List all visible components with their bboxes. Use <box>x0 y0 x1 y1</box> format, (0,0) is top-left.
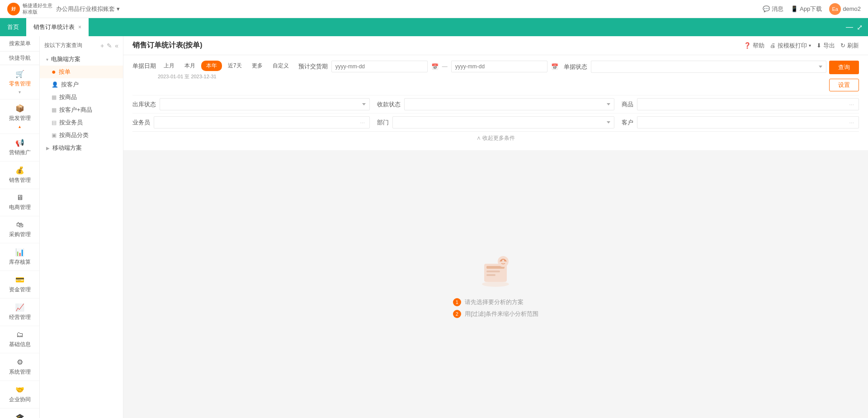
tip-1-text: 请先选择要分析的方案 <box>465 298 524 306</box>
payment-status-label: 收款状态 <box>377 100 401 109</box>
expected-date-start[interactable] <box>331 61 428 72</box>
print-arrow-icon: ▾ <box>809 43 811 48</box>
payment-status-select[interactable] <box>404 98 614 110</box>
guide-icon: 🎓 <box>15 413 24 418</box>
user-area[interactable]: Ea demo2 <box>829 3 861 15</box>
svg-point-0 <box>482 281 509 287</box>
content-area: 按以下方案查询 + ✎ « ▾ 电脑端方案 ● 按单 👤 按客户 ▦ <box>40 36 868 418</box>
finance-icon: 💳 <box>15 276 24 284</box>
sidebar-item-marketing[interactable]: 📢 营销推广 <box>0 134 39 162</box>
cust-prod-tree-icon: ▦ <box>52 107 57 113</box>
salesperson-dots-btn[interactable]: ··· <box>360 119 365 126</box>
collapse-panel-icon[interactable]: « <box>115 42 118 49</box>
avatar: Ea <box>829 3 841 15</box>
right-content: 销售订单统计表(按单) ❓ 帮助 🖨 按模板打印 ▾ ⬇ 导出 <box>123 36 868 418</box>
sidebar-item-system[interactable]: ⚙ 系统管理 <box>0 353 39 381</box>
logo-text: 畅捷通好生意 标准版 <box>23 3 52 14</box>
edit-scheme-icon[interactable]: ✎ <box>107 42 112 49</box>
app-icon: 📱 <box>791 5 798 12</box>
wholesale-icon: 📦 <box>15 104 24 113</box>
tab-bar: 首页 销售订单统计表 × — ⤢ <box>0 18 868 36</box>
left-panel: 按以下方案查询 + ✎ « ▾ 电脑端方案 ● 按单 👤 按客户 ▦ <box>40 36 123 418</box>
query-button[interactable]: 查询 <box>829 61 859 74</box>
date-btn-more[interactable]: 更多 <box>248 61 267 71</box>
sidebar-item-sales[interactable]: 💰 销售管理 <box>0 162 39 189</box>
ecommerce-icon: 🖥 <box>16 194 24 202</box>
app-download-btn[interactable]: 📱 App下载 <box>791 5 822 13</box>
help-icon: ❓ <box>744 42 751 49</box>
left-panel-title: 按以下方案查询 <box>44 42 82 49</box>
tab-active[interactable]: 销售订单统计表 × <box>26 18 89 36</box>
collapse-btn[interactable]: ∧ 收起更多条件 <box>476 135 515 141</box>
tree-item-by-customer[interactable]: 👤 按客户 <box>40 78 123 91</box>
sidebar-item-wholesale[interactable]: 📦 批发管理 ▴ <box>0 100 39 134</box>
sidebar-item-guide[interactable]: 🎓 新手引导 <box>0 408 39 418</box>
top-bar-left: 好 畅捷通好生意 标准版 办公用品行业模拟账套 ▾ <box>7 3 120 15</box>
add-scheme-icon[interactable]: + <box>100 42 104 49</box>
maximize-btn[interactable]: ⤢ <box>857 23 863 32</box>
settings-button[interactable]: 设置 <box>829 79 859 91</box>
marketing-icon: 📢 <box>15 138 24 147</box>
sidebar-quick-nav[interactable]: 快捷导航 <box>0 52 39 65</box>
svg-point-7 <box>504 260 506 261</box>
calendar-start-icon[interactable]: 📅 <box>431 63 439 70</box>
customer-tree-icon: 👤 <box>52 81 58 88</box>
main-layout: 搜索菜单 快捷导航 🛒 零售管理 ▾ 📦 批发管理 ▴ 📢 营销推广 💰 销售管… <box>0 36 868 418</box>
order-status-select[interactable] <box>591 61 826 73</box>
sidebar-item-cooperation[interactable]: 🤝 企业协同 <box>0 381 39 408</box>
tree-item-by-order[interactable]: ● 按单 <box>40 66 123 78</box>
shipment-status-select[interactable] <box>160 98 370 110</box>
breadcrumb-dropdown[interactable]: 办公用品行业模拟账套 ▾ <box>56 5 120 13</box>
sidebar-search[interactable]: 搜索菜单 <box>0 36 39 52</box>
date-btn-custom[interactable]: 自定义 <box>269 61 293 71</box>
basic-icon: 🗂 <box>16 331 24 339</box>
refresh-btn[interactable]: ↻ 刷新 <box>840 42 859 50</box>
customer-dots-btn[interactable]: ··· <box>849 119 854 126</box>
tab-home[interactable]: 首页 <box>0 18 26 36</box>
system-icon: ⚙ <box>17 358 23 366</box>
date-btn-this-month[interactable]: 本月 <box>180 61 199 71</box>
export-icon: ⬇ <box>816 42 821 49</box>
product-dots-btn[interactable]: ··· <box>849 101 854 108</box>
export-btn[interactable]: ⬇ 导出 <box>816 42 835 50</box>
expected-date-end[interactable] <box>451 61 547 72</box>
breadcrumb-text: 办公用品行业模拟账套 <box>56 5 115 13</box>
sidebar-item-finance[interactable]: 💳 资金管理 <box>0 271 39 299</box>
date-btn-this-year[interactable]: 本年 <box>201 61 222 71</box>
breadcrumb-arrow: ▾ <box>117 5 120 12</box>
collapse-row: ∧ 收起更多条件 <box>132 131 859 145</box>
purchase-icon: 🛍 <box>16 221 24 229</box>
active-dot-icon: ● <box>52 68 56 76</box>
tree-item-by-category[interactable]: ▣ 按商品分类 <box>40 129 123 142</box>
product-label: 商品 <box>622 100 633 109</box>
help-btn[interactable]: ❓ 帮助 <box>744 42 764 50</box>
sidebar-item-retail[interactable]: 🛒 零售管理 ▾ <box>0 65 39 100</box>
print-icon: 🖨 <box>770 42 776 49</box>
tree-item-by-customer-product[interactable]: ▦ 按客户+商品 <box>40 104 123 116</box>
department-select[interactable] <box>392 116 614 128</box>
tab-close-btn[interactable]: × <box>78 24 81 30</box>
sidebar-item-operations[interactable]: 📈 经营管理 <box>0 299 39 326</box>
svg-point-5 <box>498 256 509 267</box>
date-btn-last-month[interactable]: 上月 <box>160 61 179 71</box>
sidebar-item-ecommerce[interactable]: 🖥 电商管理 <box>0 189 39 216</box>
template-print-btn[interactable]: 🖨 按模板打印 ▾ <box>770 42 811 50</box>
date-btn-7days[interactable]: 近7天 <box>224 61 246 71</box>
top-bar: 好 畅捷通好生意 标准版 办公用品行业模拟账套 ▾ 💬 消息 📱 App下载 E… <box>0 0 868 18</box>
tree-item-by-product[interactable]: ▦ 按商品 <box>40 91 123 104</box>
tree-section-pc: ▾ 电脑端方案 <box>40 53 123 66</box>
date-range-text: 2023-01-01 至 2023-12-31 <box>158 74 217 79</box>
tip-1-num: 1 <box>453 298 461 306</box>
empty-tip-1: 1 请先选择要分析的方案 <box>453 298 538 306</box>
tree-item-by-salesperson[interactable]: ▤ 按业务员 <box>40 116 123 129</box>
minimize-btn[interactable]: — <box>846 23 853 31</box>
calendar-end-icon[interactable]: 📅 <box>551 63 558 70</box>
sidebar-item-basic[interactable]: 🗂 基础信息 <box>0 326 39 353</box>
message-btn[interactable]: 💬 消息 <box>763 5 783 13</box>
expected-date-label: 预计交货期 <box>298 62 328 71</box>
message-icon: 💬 <box>763 5 770 12</box>
sidebar: 搜索菜单 快捷导航 🛒 零售管理 ▾ 📦 批发管理 ▴ 📢 营销推广 💰 销售管… <box>0 36 40 418</box>
sidebar-item-inventory[interactable]: 📊 库存核算 <box>0 243 39 271</box>
cooperation-icon: 🤝 <box>15 385 24 394</box>
sidebar-item-purchase[interactable]: 🛍 采购管理 <box>0 216 39 243</box>
